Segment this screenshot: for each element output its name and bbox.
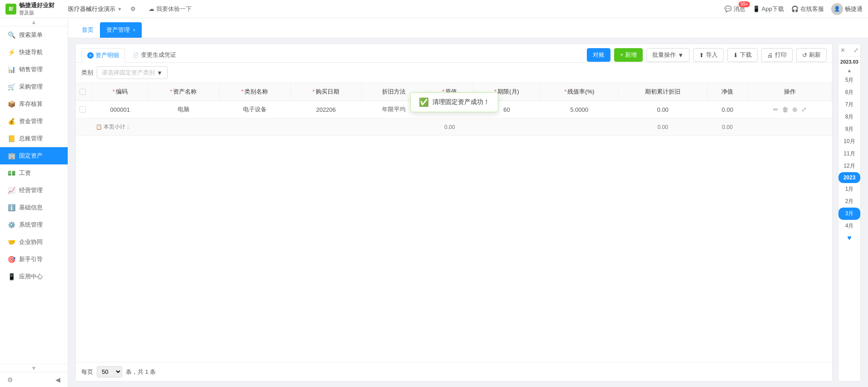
per-page-select[interactable]: 50 100 xyxy=(97,366,122,377)
new-button[interactable]: + 新增 xyxy=(614,48,643,62)
sidebar-item-search[interactable]: 🔍 搜索菜单 xyxy=(0,26,68,44)
sidebar-item-basic-info[interactable]: ℹ️ 基础信息 xyxy=(0,199,68,216)
company-name: 医疗器械行业演示 xyxy=(68,5,115,13)
row-checkbox[interactable] xyxy=(79,106,86,113)
subtotal-text: 本页小计： xyxy=(104,124,131,130)
sidebar-scroll-up[interactable]: ▲ xyxy=(0,18,68,26)
sidebar-item-enterprise[interactable]: 🤝 企业协同 xyxy=(0,233,68,251)
month-5[interactable]: 5月 xyxy=(838,74,860,86)
tab-asset-manage[interactable]: 资产管理 × xyxy=(100,22,142,38)
sidebar-item-guide[interactable]: 🎯 新手引导 xyxy=(0,251,68,268)
user-avatar-button[interactable]: 👤 畅捷通 xyxy=(831,3,863,15)
quick-nav-icon: ⚡ xyxy=(7,48,15,56)
online-service-label: 在线客服 xyxy=(800,5,824,13)
subtotal-empty1 xyxy=(76,119,92,136)
settings-icon[interactable]: ⚙ xyxy=(127,3,139,15)
panel-heart-icon[interactable]: ♥ xyxy=(847,234,852,242)
month-9[interactable]: 9月 xyxy=(838,123,860,135)
header-initial-depreciation: 期初累计折旧 xyxy=(618,83,707,101)
year-2023-marker[interactable]: 2023 xyxy=(838,172,860,183)
reconcile-button[interactable]: 对账 xyxy=(587,48,610,62)
print-button[interactable]: 🖨 打印 xyxy=(761,48,793,62)
row-checkbox-cell xyxy=(76,101,92,119)
import-icon: ⬆ xyxy=(699,52,704,59)
feedback-button[interactable]: ☁ 我要体验一下 xyxy=(149,5,192,13)
month-10[interactable]: 10月 xyxy=(838,135,860,148)
sidebar-item-ledger[interactable]: 📒 总账管理 xyxy=(0,130,68,147)
print-icon: 🖨 xyxy=(767,52,773,59)
toast-check-icon: ✅ xyxy=(419,97,429,107)
refresh-button[interactable]: ↺ 刷新 xyxy=(796,48,827,62)
sidebar-item-sales[interactable]: 📊 销售管理 xyxy=(0,61,68,78)
tab-home[interactable]: 首页 xyxy=(75,22,100,38)
month-2[interactable]: 2月 xyxy=(838,195,860,208)
sidebar-item-purchase[interactable]: 🛒 采购管理 xyxy=(0,78,68,95)
messages-button[interactable]: 💬 消息 99+ xyxy=(724,5,745,13)
total-label: 条，共 1 条 xyxy=(126,368,156,376)
month-12[interactable]: 12月 xyxy=(838,160,860,172)
toolbar-right: 对账 + 新增 批量操作 ▼ ⬆ 导入 ⬇ 下载 xyxy=(587,48,827,62)
sidebar-item-inventory[interactable]: 📦 库存核算 xyxy=(0,95,68,113)
sidebar-label-purchase: 采购管理 xyxy=(19,83,43,91)
logo-icon: 财 xyxy=(5,4,16,15)
header-checkbox[interactable] xyxy=(79,89,86,95)
sidebar-item-fixed-assets[interactable]: 🏢 固定资产 xyxy=(0,147,68,164)
settings-bottom-icon[interactable]: ⚙ xyxy=(7,376,13,383)
subtotal-empty4 xyxy=(748,119,832,136)
more-icon[interactable]: ⤢ xyxy=(801,106,807,113)
sidebar-scroll-down[interactable]: ▼ xyxy=(0,364,68,372)
edition-label: 普及版 xyxy=(19,10,55,16)
feedback-label: 我要体验一下 xyxy=(156,5,192,13)
import-label: 导入 xyxy=(706,51,718,59)
delete-icon[interactable]: 🗑 xyxy=(782,106,789,113)
batch-ops-button[interactable]: 批量操作 ▼ xyxy=(646,48,689,62)
import-button[interactable]: ⬆ 导入 xyxy=(693,48,724,62)
sidebar-label-operations: 经营管理 xyxy=(19,186,43,194)
company-selector[interactable]: 医疗器械行业演示 ▼ xyxy=(68,5,122,13)
header-checkbox-cell xyxy=(76,83,92,101)
app-download-button[interactable]: 📱 App下载 xyxy=(753,5,784,13)
toast-message: 清理固定资产成功！ xyxy=(432,98,490,106)
category-filter[interactable]: 请选择固定资产类别 ▼ xyxy=(97,66,168,79)
panel-up-icon[interactable]: ▲ xyxy=(847,67,852,74)
month-3-active[interactable]: 3月 xyxy=(838,208,860,220)
panel-expand-icon[interactable]: ⤢ xyxy=(853,47,858,54)
subtab-change-voucher[interactable]: 📄 变更生成凭证 xyxy=(127,48,182,62)
sidebar-label-enterprise: 企业协同 xyxy=(19,238,43,246)
header-category: *类别名称 xyxy=(219,83,290,101)
sidebar-item-system[interactable]: ⚙️ 系统管理 xyxy=(0,216,68,233)
month-6[interactable]: 6月 xyxy=(838,86,860,99)
subtotal-empty3 xyxy=(541,119,619,136)
tabs-bar: 首页 资产管理 × xyxy=(68,18,868,38)
enterprise-icon: 🤝 xyxy=(7,238,15,246)
topbar-logo: 财 畅捷通好业财 普及版 xyxy=(5,1,55,16)
edit-icon[interactable]: ✏ xyxy=(773,106,779,113)
online-service-button[interactable]: 🎧 在线客服 xyxy=(791,5,824,13)
sidebar-item-finance[interactable]: 💰 资金管理 xyxy=(0,113,68,130)
category-filter-value: 请选择固定资产类别 xyxy=(102,69,155,77)
collapse-sidebar-icon[interactable]: ◀ xyxy=(55,376,60,383)
month-11[interactable]: 11月 xyxy=(838,148,860,160)
filter-row: 类别 请选择固定资产类别 ▼ xyxy=(76,63,832,83)
panel-close-icon[interactable]: ✕ xyxy=(840,47,845,54)
purchase-icon: 🛒 xyxy=(7,83,15,91)
tab-close-icon[interactable]: × xyxy=(133,27,135,33)
guide-icon: 🎯 xyxy=(7,255,15,263)
subtab-asset-detail[interactable]: ≡ 资产明细 xyxy=(81,48,125,63)
cell-actions: ✏ 🗑 ⊕ ⤢ xyxy=(748,101,832,119)
sidebar-item-app-center[interactable]: 📱 应用中心 xyxy=(0,268,68,285)
month-4[interactable]: 4月 xyxy=(838,220,860,232)
chevron-down-icon: ▼ xyxy=(117,6,122,12)
topbar: 财 畅捷通好业财 普及版 医疗器械行业演示 ▼ ⚙ ☁ 我要体验一下 💬 消息 … xyxy=(0,0,868,18)
sidebar-item-payroll[interactable]: 💵 工资 xyxy=(0,164,68,182)
message-icon: 💬 xyxy=(724,5,732,12)
month-8[interactable]: 8月 xyxy=(838,111,860,123)
sidebar-item-operations[interactable]: 📈 经营管理 xyxy=(0,182,68,199)
sidebar-item-quick-nav[interactable]: ⚡ 快捷导航 xyxy=(0,44,68,61)
cell-net-value: 0.00 xyxy=(707,101,748,119)
month-7[interactable]: 7月 xyxy=(838,99,860,111)
main-layout: ▲ 🔍 搜索菜单 ⚡ 快捷导航 📊 销售管理 🛒 采购管理 📦 库存核算 xyxy=(0,18,868,387)
download-button[interactable]: ⬇ 下载 xyxy=(727,48,758,62)
month-1[interactable]: 1月 xyxy=(838,183,860,195)
copy-icon[interactable]: ⊕ xyxy=(792,106,798,113)
